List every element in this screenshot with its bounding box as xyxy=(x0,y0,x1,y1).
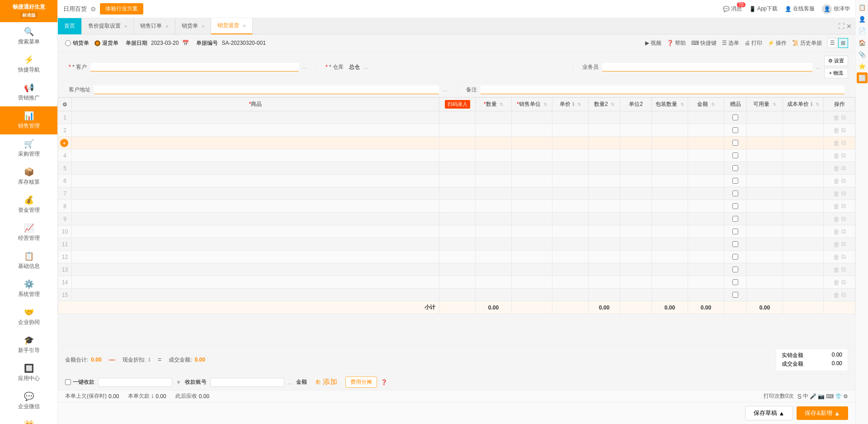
unit-input-10[interactable] xyxy=(514,229,550,235)
qty-input-2[interactable] xyxy=(477,127,509,133)
product-input-6[interactable] xyxy=(74,178,437,184)
sort-cost-price-icon[interactable]: ⇅ xyxy=(816,102,819,107)
row-2-pack-qty[interactable] xyxy=(652,124,688,137)
delete-row-5-icon[interactable]: 🗑 xyxy=(833,165,840,172)
row-6-amount[interactable] xyxy=(688,175,724,187)
row-7-amount[interactable] xyxy=(688,187,724,200)
one-click-payment-checkbox[interactable]: 一键收款 xyxy=(65,378,94,386)
delete-row-14-icon[interactable]: 🗑 xyxy=(833,279,840,286)
video-btn[interactable]: ▶ 视频 xyxy=(645,39,661,47)
qty2-input-9[interactable] xyxy=(590,216,618,222)
row-5-qty2[interactable] xyxy=(589,162,620,175)
sidebar-item-member[interactable]: 👑 畅会员 xyxy=(0,415,57,424)
tab-price-settings[interactable]: 售价提取设置 × xyxy=(82,18,134,34)
sort-quantity-icon[interactable]: ⇅ xyxy=(500,102,503,107)
gift-checkbox-14[interactable] xyxy=(732,279,738,285)
row-6-product[interactable] xyxy=(72,175,439,187)
row-11-product[interactable] xyxy=(72,238,439,251)
copy-row-10-icon[interactable]: ⧉ xyxy=(841,228,846,235)
qty2-input-5[interactable] xyxy=(590,165,618,172)
row-15-gift[interactable] xyxy=(724,289,747,301)
row-11-sales-unit[interactable] xyxy=(512,238,552,251)
row-3-product[interactable] xyxy=(72,137,439,149)
tab-sales-delivery[interactable]: 销货单 × xyxy=(175,18,211,34)
row-14-gift[interactable] xyxy=(724,276,747,289)
price-input-14[interactable] xyxy=(554,279,586,286)
row-5-sales-unit[interactable] xyxy=(512,162,552,175)
amount-input-7[interactable] xyxy=(690,191,722,197)
amount-input-4[interactable] xyxy=(690,152,722,159)
row-4-product[interactable] xyxy=(72,149,439,162)
row-13-product[interactable] xyxy=(72,263,439,276)
row-8-pack-qty[interactable] xyxy=(652,200,688,213)
col-scan-header[interactable]: 扫码录入 xyxy=(439,98,476,111)
qty-input-14[interactable] xyxy=(477,279,509,286)
row-10-unit2[interactable] xyxy=(620,225,652,238)
pack-qty-input-13[interactable] xyxy=(654,267,686,273)
row-10-product[interactable] xyxy=(72,225,439,238)
cost-price-help-icon[interactable]: ℹ xyxy=(811,101,813,107)
product-input-3[interactable] xyxy=(74,140,437,146)
copy-row-2-icon[interactable]: ⧉ xyxy=(841,126,846,134)
qty2-input-6[interactable] xyxy=(590,178,618,184)
qty-input-3[interactable] xyxy=(477,140,509,146)
pack-qty-input-10[interactable] xyxy=(654,229,686,235)
tab-sales-order[interactable]: 销售订单 × xyxy=(134,18,175,34)
copy-row-7-icon[interactable]: ⧉ xyxy=(841,190,846,197)
delete-row-10-icon[interactable]: 🗑 xyxy=(833,228,840,235)
unit-input-1[interactable] xyxy=(514,114,550,121)
settings2-icon[interactable]: ⚙ xyxy=(843,393,848,400)
row-5-gift[interactable] xyxy=(724,162,747,175)
copy-row-8-icon[interactable]: ⧉ xyxy=(841,202,846,210)
row-15-unit2[interactable] xyxy=(620,289,652,301)
expense-help-icon[interactable]: ❓ xyxy=(381,379,387,386)
row-10-quantity[interactable] xyxy=(476,225,512,238)
calendar-icon[interactable]: 📅 xyxy=(182,40,189,46)
delete-row-15-icon[interactable]: 🗑 xyxy=(833,291,840,299)
edge-icon-4[interactable]: 🏠 xyxy=(857,37,868,48)
product-input-12[interactable] xyxy=(74,254,437,260)
one-click-payment-input[interactable] xyxy=(65,379,71,385)
row-15-sales-unit[interactable] xyxy=(512,289,552,301)
unit2-input-9[interactable] xyxy=(622,216,650,222)
delete-row-12-icon[interactable]: 🗑 xyxy=(833,253,840,261)
row-6-gift[interactable] xyxy=(724,175,747,187)
row-8-product[interactable] xyxy=(72,200,439,213)
delete-row-8-icon[interactable]: 🗑 xyxy=(833,203,840,210)
row-9-unit-price[interactable] xyxy=(552,213,589,225)
gift-checkbox-13[interactable] xyxy=(732,267,738,272)
price-input-5[interactable] xyxy=(554,165,586,172)
row-6-pack-qty[interactable] xyxy=(652,175,688,187)
gift-checkbox-6[interactable] xyxy=(732,178,738,184)
copy-row-4-icon[interactable]: ⧉ xyxy=(841,152,846,159)
unit2-input-5[interactable] xyxy=(622,165,650,172)
row-2-quantity[interactable] xyxy=(476,124,512,137)
pack-qty-input-15[interactable] xyxy=(654,292,686,298)
amount-input-9[interactable] xyxy=(690,216,722,222)
qty2-input-2[interactable] xyxy=(590,127,618,133)
row-3-unit2[interactable] xyxy=(620,137,652,149)
amount-input-12[interactable] xyxy=(690,254,722,260)
product-input-13[interactable] xyxy=(74,267,437,273)
unit-input-9[interactable] xyxy=(514,216,550,222)
copy-row-12-icon[interactable]: ⧉ xyxy=(841,253,846,261)
single-owe-icon[interactable]: ℹ xyxy=(151,393,154,400)
amount-input-13[interactable] xyxy=(690,267,722,273)
copy-row-9-icon[interactable]: ⧉ xyxy=(841,215,846,223)
unit2-input-12[interactable] xyxy=(622,254,650,260)
row-12-sales-unit[interactable] xyxy=(512,251,552,263)
row-1-quantity[interactable] xyxy=(476,111,512,124)
salesperson-dots[interactable]: ... xyxy=(816,64,821,70)
qty-input-1[interactable] xyxy=(477,114,509,121)
app-download-btn[interactable]: 📱 App下载 xyxy=(749,5,778,13)
product-input-9[interactable] xyxy=(74,216,437,222)
row-14-unit-price[interactable] xyxy=(552,276,589,289)
product-input-15[interactable] xyxy=(74,292,437,298)
address-input[interactable] xyxy=(94,86,439,94)
sidebar-item-wechat[interactable]: 💬 企业微信 xyxy=(0,387,57,415)
unit2-input-10[interactable] xyxy=(622,229,650,235)
copy-row-15-icon[interactable]: ⧉ xyxy=(841,291,846,299)
qty-input-15[interactable] xyxy=(477,292,509,298)
row-6-qty2[interactable] xyxy=(589,175,620,187)
row-1-sales-unit[interactable] xyxy=(512,111,552,124)
